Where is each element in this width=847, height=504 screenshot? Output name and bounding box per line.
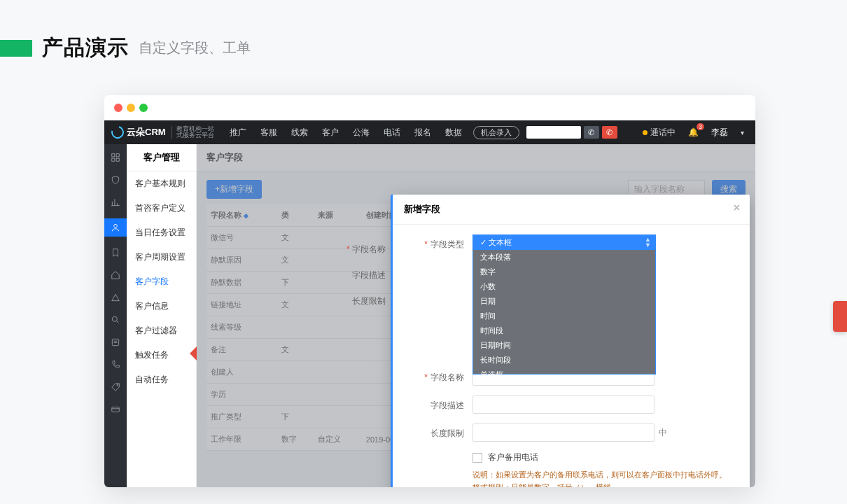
field-type-option[interactable]: 长时间段 [473,353,655,368]
page-subtitle: 自定义字段、工单 [139,38,251,57]
call-status: 通话中 [643,127,676,139]
top-bar: 云朵CRM 教育机构一站 式服务云平台 推广客服线索客户公海电话报名数据 机会录… [104,120,755,144]
maximize-dot[interactable] [139,104,148,112]
sidebar-item-2[interactable]: 当日任务设置 [127,220,196,245]
svg-point-4 [114,224,118,227]
username[interactable]: 李磊 [711,127,728,139]
logo-tagline: 教育机构一站 式服务云平台 [172,126,214,139]
bell-icon[interactable]: 🔔3 [688,127,699,137]
green-accent [0,40,32,57]
nav-线索[interactable]: 线索 [286,127,314,139]
field-type-option[interactable]: 文本段落 [473,250,655,265]
svg-rect-3 [116,158,119,161]
nav-公海[interactable]: 公海 [347,127,375,139]
phone-icon[interactable] [109,358,122,371]
side-slide-handle[interactable] [833,301,847,332]
label-length-limit: 长度限制 [414,424,464,440]
search-user-icon[interactable] [109,314,122,326]
sidebar-item-1[interactable]: 首咨客户定义 [127,196,196,220]
window-controls [104,95,755,120]
select-arrows-icon: ▲▼ [645,237,651,248]
sidebar-item-7[interactable]: 触发任务 [127,343,196,368]
svg-rect-0 [112,154,115,157]
side-title: 客户管理 [127,144,196,172]
label-field-desc: 字段描述 [414,396,464,412]
app-body: 客户管理 客户基本规则首咨客户定义当日任务设置客户周期设置客户字段客户信息客户过… [104,144,755,487]
status-area: 通话中 🔔3 李磊 ▾ [643,127,755,139]
cloud-icon [109,124,127,141]
app-window: 云朵CRM 教育机构一站 式服务云平台 推广客服线索客户公海电话报名数据 机会录… [104,95,755,487]
sidebar-item-0[interactable]: 客户基本规则 [127,172,196,196]
sidebar-item-3[interactable]: 客户周期设置 [127,245,196,270]
close-dot[interactable] [114,104,122,112]
svg-rect-1 [116,154,119,157]
logo-text: 云朵CRM [127,126,166,139]
call-pickup-icon[interactable]: ✆ [584,126,599,139]
label-field-name: *字段名称 [414,368,464,384]
svg-point-5 [112,316,117,321]
modal-title: 新增字段 × [393,195,750,225]
label-field-type: *字段类型 [414,234,464,251]
sidebar-item-8[interactable]: 自动任务 [127,368,196,392]
nav-报名[interactable]: 报名 [409,127,437,139]
sidebar-item-4[interactable]: 客户字段 [127,270,196,294]
field-type-option[interactable]: 时间段 [473,323,655,338]
nav-数据[interactable]: 数据 [440,127,468,139]
nav-电话[interactable]: 电话 [378,127,406,139]
unit-char: 中 [659,427,667,439]
chart-icon[interactable] [109,196,122,209]
field-type-option[interactable]: 日期时间 [473,338,655,353]
sidebar-item-6[interactable]: 客户过滤器 [127,318,196,343]
record-button[interactable]: 机会录入 [473,126,519,139]
note-text: 说明：如果设置为客户的备用联系电话，则可以在客户面板中打电话外呼。格式规则：只能… [472,469,729,487]
svg-point-7 [117,384,118,386]
field-type-option[interactable]: 关联字段 [473,426,655,441]
bookmark-icon[interactable] [109,246,122,259]
side-panel: 客户管理 客户基本规则首咨客户定义当日任务设置客户周期设置客户字段客户信息客户过… [127,144,197,487]
field-type-option[interactable]: 上传附件 [473,441,655,456]
shield-icon[interactable] [109,174,122,186]
topbar-search[interactable] [526,126,581,139]
svg-rect-2 [112,158,115,161]
call-hangup-icon[interactable]: ✆ [602,126,617,139]
nav-客服[interactable]: 客服 [255,127,283,139]
field-type-dropdown[interactable]: ▲▼ 文本框文本段落数字小数日期时间时间段日期时间长时间段单选框复选框下拉菜单级… [472,234,656,374]
card-icon[interactable] [109,403,122,416]
page-title: 产品演示 [42,34,129,62]
notification-badge: 3 [696,123,704,130]
nav-推广[interactable]: 推广 [224,127,252,139]
grid-icon[interactable] [109,151,122,164]
field-type-option[interactable]: 复选框 [473,382,655,397]
field-type-option[interactable]: 下拉菜单 [473,397,655,412]
field-type-option[interactable]: 时间 [473,309,655,323]
svg-rect-8 [112,407,120,412]
field-type-option[interactable]: 单选框 [473,368,655,382]
field-type-option[interactable]: 文本框 [473,235,655,250]
close-icon[interactable]: × [734,202,740,214]
tag-icon[interactable] [109,381,122,393]
field-type-option[interactable]: 数字 [473,265,655,279]
nav-客户[interactable]: 客户 [316,127,344,139]
icon-rail [104,144,127,487]
minimize-dot[interactable] [127,104,135,112]
field-type-option[interactable]: 级联菜单 [473,412,655,426]
home-icon[interactable] [109,269,122,281]
svg-rect-6 [112,339,118,345]
triangle-icon[interactable] [109,291,122,304]
chevron-down-icon[interactable]: ▾ [741,129,744,136]
user-icon[interactable] [104,218,127,237]
main-area: 客户字段 +新增字段 输入字段名称 搜索 字段名称◆类来源创建时间更新时间状态操… [197,144,755,487]
nav-links: 推广客服线索客户公海电话报名数据 [224,127,468,139]
field-type-option[interactable]: 小数 [473,279,655,294]
sidebar-item-5[interactable]: 客户信息 [127,294,196,318]
logo[interactable]: 云朵CRM 教育机构一站 式服务云平台 [104,126,220,139]
page-heading: 产品演示 自定义字段、工单 [0,0,847,62]
field-type-option[interactable]: 日期 [473,294,655,309]
add-field-modal: 新增字段 × *字段类型 ▲▼ 文本框文本段落数字小数日期时间时间段日期时间长时… [393,195,750,487]
list-icon[interactable] [109,336,122,349]
